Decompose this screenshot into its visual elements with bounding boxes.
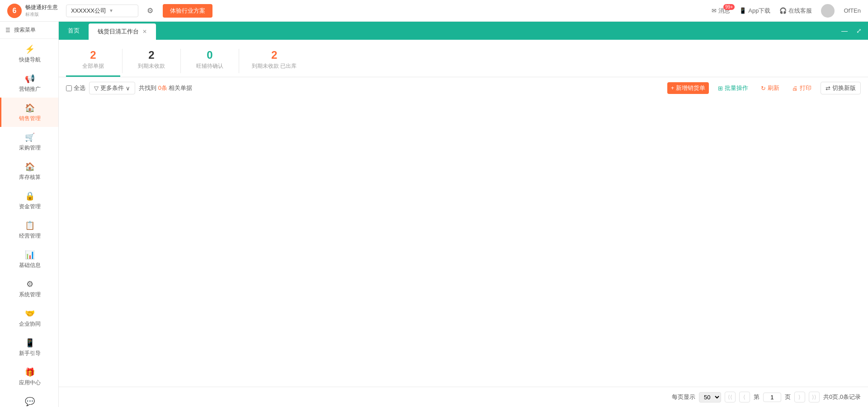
sidebar-label-cooperation: 企业协同 <box>19 320 41 328</box>
stat-all[interactable]: 2 全部单据 <box>66 45 120 77</box>
sidebar-item-guide[interactable]: 📱 新手引导 <box>0 332 58 362</box>
select-all-label: 全选 <box>74 84 85 92</box>
app-download-button[interactable]: 📱 App下载 <box>739 7 770 15</box>
sidebar-item-app-center[interactable]: 🎁 应用中心 <box>0 362 58 391</box>
toolbar-right: + 新增销货单 ⊞ 批量操作 ↻ 刷新 🖨 打印 ⇄ <box>667 82 861 94</box>
sidebar-label-guide: 新手引导 <box>19 350 41 357</box>
tab-maximize-button[interactable]: ⤢ <box>854 25 864 36</box>
prev-page-button[interactable]: ⟨ <box>739 392 750 402</box>
tab-minimize-button[interactable]: — <box>839 25 850 36</box>
tab-bar-actions: — ⤢ <box>839 25 868 36</box>
inventory-icon: 🏠 <box>25 162 35 172</box>
sidebar-label-marketing: 营销推广 <box>19 85 41 93</box>
operations-icon: 📋 <box>25 220 35 230</box>
batch-icon: ⊞ <box>718 85 723 92</box>
sidebar-item-quick-nav[interactable]: ⚡ 快捷导航 <box>0 39 58 68</box>
stat-divider-3 <box>239 49 239 73</box>
page-end-label: 页 <box>785 393 791 401</box>
sidebar-item-wechat[interactable]: 💬 企业微信 <box>0 391 58 407</box>
select-all-checkbox[interactable] <box>66 85 72 91</box>
next-page-button[interactable]: ⟩ <box>794 392 805 402</box>
app-body: ☰ 搜索菜单 ⚡ 快捷导航 📢 营销推广 🏠 销售管理 🛒 采购管理 🏠 库存核… <box>0 22 868 407</box>
found-text: 共找到 0条 相关单据 <box>139 84 192 92</box>
last-page-button[interactable]: ⟩⟩ <box>809 392 820 402</box>
sidebar-item-system[interactable]: ⚙ 系统管理 <box>0 274 58 303</box>
logo-icon: 6 <box>7 4 22 18</box>
sidebar-item-purchase[interactable]: 🛒 采购管理 <box>0 127 58 156</box>
online-service-button[interactable]: 🎧 在线客服 <box>779 7 812 15</box>
search-menu-item[interactable]: ☰ 搜索菜单 <box>0 22 58 39</box>
search-menu-label: 搜索菜单 <box>14 26 36 34</box>
stat-pending-num: 0 <box>207 49 212 61</box>
print-label: 打印 <box>800 84 811 92</box>
refresh-label: 刷新 <box>768 84 779 92</box>
table-area <box>59 99 868 387</box>
stat-overdue-label: 到期未收款 <box>138 62 165 70</box>
tab-workbench[interactable]: 钱货日清工作台 ✕ <box>89 23 156 40</box>
total-text: 共0页,0条记录 <box>823 393 861 401</box>
message-button[interactable]: ✉ 消息 99+ <box>712 7 730 15</box>
sidebar-item-marketing[interactable]: 📢 营销推广 <box>0 68 58 98</box>
first-page-button[interactable]: ⟨⟨ <box>725 392 736 402</box>
switch-icon: ⇄ <box>826 85 830 92</box>
stat-pending-label: 旺辅待确认 <box>196 62 223 70</box>
trial-button[interactable]: 体验行业方案 <box>163 4 212 18</box>
sidebar-label-inventory: 库存核算 <box>19 173 41 181</box>
stat-overdue-shipped[interactable]: 2 到期未收款 已出库 <box>241 45 307 77</box>
sidebar-item-operations[interactable]: 📋 经营管理 <box>0 215 58 244</box>
page-number-input[interactable] <box>763 393 781 402</box>
finance-icon: 🔒 <box>25 191 35 201</box>
message-badge: 99+ <box>723 4 735 10</box>
add-sales-order-button[interactable]: + 新增销货单 <box>667 82 709 94</box>
tab-close-button[interactable]: ✕ <box>142 28 147 35</box>
select-all-checkbox-label[interactable]: 全选 <box>66 84 85 92</box>
sidebar: ☰ 搜索菜单 ⚡ 快捷导航 📢 营销推广 🏠 销售管理 🛒 采购管理 🏠 库存核… <box>0 22 59 407</box>
basic-info-icon: 📊 <box>25 250 35 260</box>
tab-home[interactable]: 首页 <box>59 22 89 40</box>
filter-button[interactable]: ▽ 更多条件 ∨ <box>89 82 135 94</box>
stat-overdue-shipped-label: 到期未收款 已出库 <box>252 62 297 70</box>
stat-all-num: 2 <box>90 49 96 61</box>
quick-nav-icon: ⚡ <box>25 44 35 54</box>
company-dropdown-arrow: ▼ <box>109 8 113 13</box>
stat-all-label: 全部单据 <box>82 62 104 70</box>
filter-dropdown-icon: ∨ <box>126 85 130 92</box>
pagination: 每页显示 50 ⟨⟨ ⟨ 第 页 ⟩ ⟩⟩ 共0页,0条记录 <box>59 387 868 407</box>
sidebar-item-cooperation[interactable]: 🤝 企业协同 <box>0 303 58 332</box>
app-center-icon: 🎁 <box>25 367 35 377</box>
sidebar-item-inventory[interactable]: 🏠 库存核算 <box>0 156 58 186</box>
wechat-icon: 💬 <box>25 397 35 407</box>
batch-operation-button[interactable]: ⊞ 批量操作 <box>714 82 752 94</box>
sidebar-item-sales[interactable]: 🏠 销售管理 <box>0 98 58 127</box>
sidebar-label-sales: 销售管理 <box>19 115 41 122</box>
logo-area: 6 畅捷通好生意 标准版 <box>7 4 66 18</box>
refresh-button[interactable]: ↻ 刷新 <box>757 82 783 94</box>
sidebar-item-basic-info[interactable]: 📊 基础信息 <box>0 244 58 274</box>
sidebar-label-finance: 资金管理 <box>19 203 41 211</box>
page-label: 第 <box>754 393 760 401</box>
print-icon: 🖨 <box>792 85 798 92</box>
per-page-select[interactable]: 50 <box>699 392 721 402</box>
tab-home-label: 首页 <box>68 27 80 35</box>
company-selector[interactable]: XXXXXX公司 ▼ <box>66 5 138 17</box>
stat-pending[interactable]: 0 旺辅待确认 <box>183 45 237 77</box>
system-icon: ⚙ <box>26 279 33 289</box>
sidebar-label-app-center: 应用中心 <box>19 379 41 387</box>
stat-overdue[interactable]: 2 到期未收款 <box>124 45 179 77</box>
top-header: 6 畅捷通好生意 标准版 XXXXXX公司 ▼ ⚙ 体验行业方案 ✉ 消息 99… <box>0 0 868 22</box>
settings-button[interactable]: ⚙ <box>143 4 157 18</box>
add-btn-label: + 新增销货单 <box>671 84 705 92</box>
switch-version-button[interactable]: ⇄ 切换新版 <box>821 82 861 94</box>
avatar-name[interactable]: OfTEn <box>844 7 861 14</box>
stat-overdue-shipped-num: 2 <box>271 49 277 61</box>
sidebar-item-finance[interactable]: 🔒 资金管理 <box>0 186 58 215</box>
per-page-label: 每页显示 <box>672 393 695 401</box>
app-download-label: App下载 <box>748 7 770 15</box>
print-button[interactable]: 🖨 打印 <box>788 82 815 94</box>
found-count: 0条 <box>158 84 167 91</box>
service-label: 在线客服 <box>788 7 812 15</box>
sidebar-label-operations: 经营管理 <box>19 232 41 240</box>
sidebar-label-quick-nav: 快捷导航 <box>19 56 41 64</box>
tab-workbench-label: 钱货日清工作台 <box>98 28 139 36</box>
avatar[interactable] <box>821 4 835 18</box>
